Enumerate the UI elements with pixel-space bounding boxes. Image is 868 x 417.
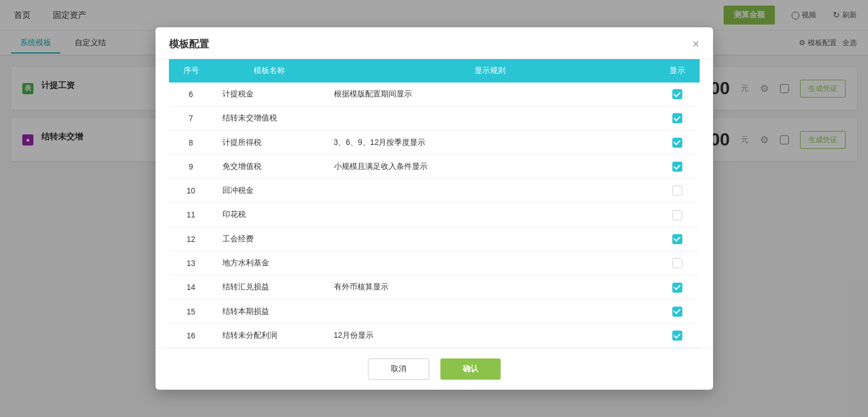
cell-checkbox xyxy=(655,275,700,299)
row-checkbox[interactable] xyxy=(672,234,682,244)
table-row: 16结转未分配利润12月份显示 xyxy=(169,323,700,347)
cell-name: 计提所得税 xyxy=(214,130,325,154)
cell-index: 15 xyxy=(169,299,214,323)
row-checkbox[interactable] xyxy=(672,258,682,268)
table-header: 序号 模板名称 显示规则 显示 xyxy=(169,59,700,83)
modal-footer: 取消 确认 xyxy=(156,348,713,390)
cell-index: 13 xyxy=(169,251,214,275)
table-row: 11印花税 xyxy=(169,203,700,227)
cancel-button[interactable]: 取消 xyxy=(368,358,429,380)
row-checkbox[interactable] xyxy=(672,186,682,196)
cell-rule xyxy=(325,179,655,203)
table-row: 12工会经费 xyxy=(169,227,700,251)
modal-close-button[interactable]: × xyxy=(692,38,700,50)
cell-rule xyxy=(325,251,655,275)
cell-checkbox xyxy=(655,106,700,130)
modal-header: 模板配置 × xyxy=(156,27,713,59)
col-rule: 显示规则 xyxy=(325,59,655,83)
cell-rule xyxy=(325,203,655,227)
cell-index: 7 xyxy=(169,106,214,130)
cell-index: 16 xyxy=(169,323,214,347)
cell-checkbox xyxy=(655,299,700,323)
cell-index: 8 xyxy=(169,130,214,154)
cell-index: 10 xyxy=(169,179,214,203)
table-row: 14结转汇兑损益有外币核算显示 xyxy=(169,275,700,299)
table-row: 13地方水利基金 xyxy=(169,251,700,275)
col-name: 模板名称 xyxy=(214,59,325,83)
col-display: 显示 xyxy=(655,59,700,83)
cell-index: 6 xyxy=(169,83,214,106)
confirm-button[interactable]: 确认 xyxy=(440,358,501,380)
row-checkbox[interactable] xyxy=(672,138,682,148)
cell-checkbox xyxy=(655,154,700,178)
cell-name: 结转汇兑损益 xyxy=(214,275,325,299)
table-row: 8计提所得税3、6、9、12月按季度显示 xyxy=(169,130,700,154)
table-body: 6计提税金根据模版配置期间显示7结转未交增值税8计提所得税3、6、9、12月按季… xyxy=(169,83,700,348)
cell-checkbox xyxy=(655,203,700,227)
cell-rule: 3、6、9、12月按季度显示 xyxy=(325,130,655,154)
cell-checkbox xyxy=(655,83,700,106)
table-row: 10回冲税金 xyxy=(169,179,700,203)
cell-checkbox xyxy=(655,251,700,275)
config-table: 序号 模板名称 显示规则 显示 6计提税金根据模版配置期间显示7结转未交增值税8… xyxy=(169,59,700,348)
cell-rule: 有外币核算显示 xyxy=(325,275,655,299)
cell-index: 14 xyxy=(169,275,214,299)
cell-rule xyxy=(325,106,655,130)
row-checkbox[interactable] xyxy=(672,89,682,99)
table-row: 6计提税金根据模版配置期间显示 xyxy=(169,83,700,106)
row-checkbox[interactable] xyxy=(672,162,682,172)
row-checkbox[interactable] xyxy=(672,331,682,341)
cell-rule xyxy=(325,227,655,251)
cell-checkbox xyxy=(655,179,700,203)
cell-name: 地方水利基金 xyxy=(214,251,325,275)
table-row: 9免交增值税小规模且满足收入条件显示 xyxy=(169,154,700,178)
modal-title: 模板配置 xyxy=(169,37,209,51)
cell-name: 免交增值税 xyxy=(214,154,325,178)
modal-body: 序号 模板名称 显示规则 显示 6计提税金根据模版配置期间显示7结转未交增值税8… xyxy=(156,59,713,348)
cell-index: 9 xyxy=(169,154,214,178)
cell-rule: 12月份显示 xyxy=(325,323,655,347)
cell-rule: 根据模版配置期间显示 xyxy=(325,83,655,106)
row-checkbox[interactable] xyxy=(672,210,682,220)
cell-index: 12 xyxy=(169,227,214,251)
modal-template-config: 模板配置 × 序号 模板名称 显示规则 显示 6计提税金根据模版配置期间显示7结… xyxy=(156,27,713,390)
cell-index: 11 xyxy=(169,203,214,227)
table-row: 7结转未交增值税 xyxy=(169,106,700,130)
cell-name: 计提税金 xyxy=(214,83,325,106)
cell-name: 回冲税金 xyxy=(214,179,325,203)
cell-rule: 小规模且满足收入条件显示 xyxy=(325,154,655,178)
row-checkbox[interactable] xyxy=(672,307,682,317)
table-row: 15结转本期损益 xyxy=(169,299,700,323)
row-checkbox[interactable] xyxy=(672,113,682,123)
cell-rule xyxy=(325,299,655,323)
cell-checkbox xyxy=(655,227,700,251)
cell-name: 结转本期损益 xyxy=(214,299,325,323)
cell-checkbox xyxy=(655,130,700,154)
cell-name: 工会经费 xyxy=(214,227,325,251)
cell-name: 结转未分配利润 xyxy=(214,323,325,347)
cell-name: 印花税 xyxy=(214,203,325,227)
row-checkbox[interactable] xyxy=(672,283,682,293)
cell-name: 结转未交增值税 xyxy=(214,106,325,130)
modal-overlay: 模板配置 × 序号 模板名称 显示规则 显示 6计提税金根据模版配置期间显示7结… xyxy=(0,0,868,417)
cell-checkbox xyxy=(655,323,700,347)
col-index: 序号 xyxy=(169,59,214,83)
